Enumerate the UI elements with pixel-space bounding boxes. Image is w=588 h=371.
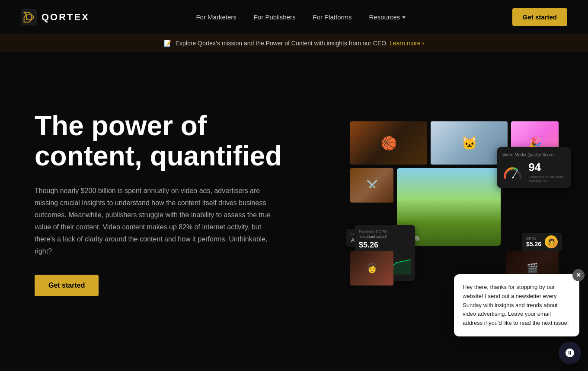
- chart-ticker: "elephant safari": [359, 235, 411, 239]
- hero-description: Though nearly $200 billion is spent annu…: [35, 185, 272, 257]
- hero-get-started-button[interactable]: Get started: [35, 275, 99, 296]
- collage-container: 🏀 🐱 🎉 ⚔️ Video Media Quality Score: [350, 121, 562, 285]
- score-card: Video Media Quality Score: [497, 147, 571, 188]
- svg-line-1: [513, 170, 518, 178]
- score-gauge: 94 Compared to Universe Average: #1: [502, 161, 566, 183]
- chat-close-button[interactable]: ✕: [572, 269, 585, 281]
- announcement-link[interactable]: Learn more ›: [390, 40, 424, 47]
- chat-bubble-icon: [565, 348, 575, 358]
- nav-links: For Marketers For Publishers For Platfor…: [196, 13, 406, 21]
- chart-revenue-label: Revenue $ CPM: [359, 229, 411, 234]
- logo-icon: [21, 9, 37, 25]
- thumb-sports: 🏀: [350, 121, 427, 165]
- cpm-avatar: 👩: [545, 235, 558, 248]
- chart-price: $5.26: [359, 241, 411, 250]
- nav-for-platforms[interactable]: For Platforms: [313, 13, 352, 21]
- score-value-container: 94 Compared to Universe Average: #1: [528, 161, 566, 183]
- score-card-title: Video Media Quality Score: [502, 152, 566, 157]
- announcement-icon: 📝: [164, 40, 171, 47]
- chat-bubble-button[interactable]: [559, 342, 581, 364]
- hero-title: The power of content, quantified: [35, 111, 294, 171]
- gauge-svg: [502, 161, 523, 183]
- thumb-medieval: ⚔️: [350, 168, 393, 203]
- announcement-text: Explore Qortex's mission and the Power o…: [176, 40, 388, 47]
- cpm-value: $5.26: [526, 241, 541, 247]
- svg-point-2: [512, 177, 514, 178]
- announcement-bar: 📝 Explore Qortex's mission and the Power…: [0, 35, 588, 52]
- nav-for-marketers[interactable]: For Marketers: [196, 13, 236, 21]
- chevron-down-icon: [402, 16, 406, 19]
- cpm-label: CPM:: [526, 236, 541, 241]
- cpm-info: CPM: $5.26: [526, 236, 541, 247]
- score-number: 94: [528, 161, 566, 174]
- navbar: QORTEX For Marketers For Publishers For …: [0, 0, 588, 35]
- svg-rect-0: [21, 9, 37, 25]
- hero-left: The power of content, quantified Though …: [35, 111, 294, 297]
- nav-get-started-button[interactable]: Get started: [512, 8, 567, 26]
- thumb-woman: 👩: [350, 251, 393, 285]
- logo-text: QORTEX: [42, 12, 89, 23]
- hero-collage: 🏀 🐱 🎉 ⚔️ Video Media Quality Score: [350, 121, 562, 285]
- chat-overlay: ✕ Hey there, thanks for stopping by our …: [454, 274, 579, 336]
- cpm-badge: CPM: $5.26 👩: [522, 233, 562, 251]
- logo-link[interactable]: QORTEX: [21, 9, 89, 25]
- score-sublabel: Compared to Universe Average: #1: [528, 175, 566, 183]
- nav-resources-label: Resources: [369, 13, 400, 21]
- chat-message: Hey there, thanks for stopping by our we…: [463, 283, 571, 328]
- nav-resources-dropdown[interactable]: Resources: [369, 13, 406, 21]
- nav-for-publishers[interactable]: For Publishers: [254, 13, 296, 21]
- thumb-cat: 🐱: [431, 121, 508, 165]
